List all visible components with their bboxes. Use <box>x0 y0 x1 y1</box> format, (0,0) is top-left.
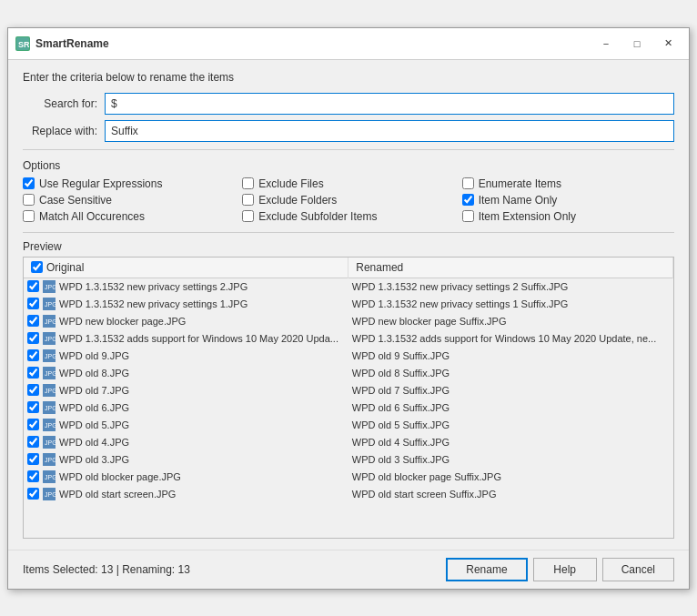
row-checkbox[interactable] <box>27 488 39 500</box>
svg-text:JPG: JPG <box>45 353 56 359</box>
label-use_regex: Use Regular Expressions <box>39 177 162 190</box>
svg-text:JPG: JPG <box>45 457 56 463</box>
row-checkbox[interactable] <box>27 470 39 482</box>
renamed-cell: WPD old 7 Suffix.JPG <box>348 381 673 399</box>
renamed-cell: WPD old start screen Suffix.JPG <box>348 485 673 502</box>
original-name: WPD old 6.JPG <box>59 402 129 413</box>
preview-header-row: Original Renamed <box>24 258 673 278</box>
renamed-cell: WPD old 5 Suffix.JPG <box>348 416 673 433</box>
checkbox-item_name_only[interactable] <box>462 194 474 206</box>
original-cell: JPGWPD old 9.JPG <box>24 347 348 364</box>
original-name: WPD old 7.JPG <box>59 385 129 396</box>
checkbox-exclude_folders[interactable] <box>242 194 254 206</box>
file-icon: JPG <box>43 367 56 379</box>
minimize-button[interactable]: − <box>592 34 620 54</box>
option-use_regex: Use Regular Expressions <box>23 177 235 190</box>
row-checkbox[interactable] <box>27 436 39 448</box>
row-checkbox[interactable] <box>27 453 39 465</box>
svg-text:JPG: JPG <box>45 405 56 411</box>
title-bar-controls: − □ ✕ <box>592 34 682 54</box>
preview-container[interactable]: Original Renamed JPGWPD 1.3.1532 new pri… <box>23 257 674 539</box>
status-bar: Items Selected: 13 | Renaming: 13 Rename… <box>8 550 689 589</box>
table-row: JPGWPD old 7.JPGWPD old 7 Suffix.JPG <box>24 381 673 399</box>
original-cell: JPGWPD 1.3.1532 new privacy settings 1.J… <box>24 295 348 312</box>
row-checkbox[interactable] <box>27 349 39 361</box>
renamed-cell: WPD new blocker page Suffix.JPG <box>348 312 673 329</box>
options-title: Options <box>23 159 674 172</box>
table-row: JPGWPD 1.3.1532 adds support for Windows… <box>24 329 673 347</box>
row-checkbox[interactable] <box>27 401 39 413</box>
original-name: WPD new blocker page.JPG <box>59 316 186 327</box>
file-icon: JPG <box>43 280 56 293</box>
options-grid: Use Regular ExpressionsExclude FilesEnum… <box>23 177 674 223</box>
option-item_name_only: Item Name Only <box>462 194 674 207</box>
select-all-checkbox[interactable] <box>31 261 43 273</box>
file-icon: JPG <box>43 298 56 310</box>
svg-text:SR: SR <box>18 40 29 49</box>
rename-button[interactable]: Rename <box>446 558 527 581</box>
search-input[interactable] <box>105 93 674 115</box>
table-row: JPGWPD old 6.JPGWPD old 6 Suffix.JPG <box>24 399 673 416</box>
row-checkbox[interactable] <box>27 315 39 327</box>
close-button[interactable]: ✕ <box>654 34 682 54</box>
original-cell: JPGWPD old start screen.JPG <box>24 485 348 502</box>
row-checkbox[interactable] <box>27 332 39 344</box>
replace-input[interactable] <box>105 120 674 142</box>
cancel-button[interactable]: Cancel <box>602 558 674 581</box>
row-checkbox[interactable] <box>27 367 39 379</box>
checkbox-exclude_files[interactable] <box>242 177 254 189</box>
option-exclude_folders: Exclude Folders <box>242 194 454 207</box>
checkbox-enumerate_items[interactable] <box>462 177 474 189</box>
svg-text:JPG: JPG <box>45 474 56 480</box>
table-row: JPGWPD old 4.JPGWPD old 4 Suffix.JPG <box>24 433 673 450</box>
checkbox-match_all[interactable] <box>23 210 35 222</box>
original-name: WPD old 4.JPG <box>59 437 129 448</box>
help-button[interactable]: Help <box>533 558 597 581</box>
table-row: JPGWPD old 3.JPGWPD old 3 Suffix.JPG <box>24 450 673 468</box>
app-icon: SR <box>15 36 30 51</box>
window-title: SmartRename <box>35 37 109 50</box>
option-case_sensitive: Case Sensitive <box>23 194 235 207</box>
original-name: WPD old 8.JPG <box>59 368 129 379</box>
main-window: SR SmartRename − □ ✕ Enter the criteria … <box>7 27 690 590</box>
svg-text:JPG: JPG <box>45 301 56 308</box>
row-checkbox[interactable] <box>27 384 39 396</box>
checkbox-use_regex[interactable] <box>23 177 35 189</box>
row-checkbox[interactable] <box>27 280 39 292</box>
label-item_name_only: Item Name Only <box>479 194 558 207</box>
file-icon: JPG <box>43 453 56 466</box>
svg-text:JPG: JPG <box>45 439 56 446</box>
svg-text:JPG: JPG <box>45 284 56 290</box>
replace-row: Replace with: <box>23 120 674 142</box>
option-enumerate_items: Enumerate Items <box>462 177 674 190</box>
checkbox-exclude_subfolder[interactable] <box>242 210 254 222</box>
svg-text:JPG: JPG <box>45 318 56 325</box>
checkbox-item_ext_only[interactable] <box>462 210 474 222</box>
table-row: JPGWPD old 8.JPGWPD old 8 Suffix.JPG <box>24 364 673 381</box>
table-row: JPGWPD 1.3.1532 new privacy settings 2.J… <box>24 278 673 295</box>
maximize-button[interactable]: □ <box>623 34 651 54</box>
preview-thead: Original Renamed <box>24 258 673 278</box>
label-exclude_files: Exclude Files <box>258 177 323 190</box>
divider-1 <box>23 149 674 150</box>
footer-buttons: Rename Help Cancel <box>446 558 674 581</box>
option-exclude_files: Exclude Files <box>242 177 454 190</box>
row-checkbox[interactable] <box>27 419 39 430</box>
preview-table: Original Renamed JPGWPD 1.3.1532 new pri… <box>24 258 673 503</box>
checkbox-case_sensitive[interactable] <box>23 194 35 206</box>
preview-title: Preview <box>23 240 674 253</box>
original-name: WPD old blocker page.JPG <box>59 471 181 482</box>
file-icon: JPG <box>43 315 56 328</box>
file-icon: JPG <box>43 332 56 345</box>
renamed-cell: WPD old 3 Suffix.JPG <box>348 450 673 468</box>
preview-tbody: JPGWPD 1.3.1532 new privacy settings 2.J… <box>24 278 673 502</box>
row-checkbox[interactable] <box>27 298 39 309</box>
original-cell: JPGWPD new blocker page.JPG <box>24 312 348 329</box>
search-row: Search for: <box>23 93 674 115</box>
search-label: Search for: <box>23 97 105 110</box>
renamed-cell: WPD 1.3.1532 new privacy settings 1 Suff… <box>348 295 673 312</box>
original-cell: JPGWPD old 4.JPG <box>24 433 348 450</box>
table-row: JPGWPD old 9.JPGWPD old 9 Suffix.JPG <box>24 347 673 364</box>
svg-text:JPG: JPG <box>45 388 56 394</box>
renamed-cell: WPD old blocker page Suffix.JPG <box>348 468 673 485</box>
